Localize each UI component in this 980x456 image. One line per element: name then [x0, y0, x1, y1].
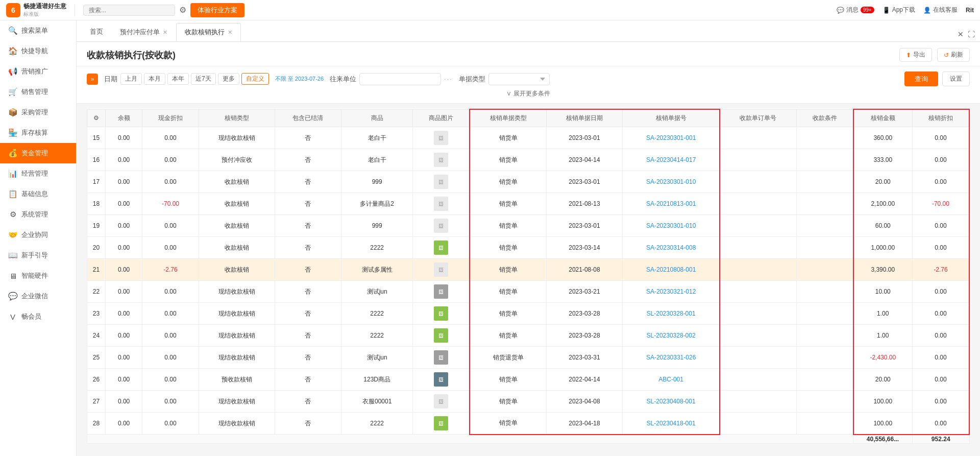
- tab-prepay[interactable]: 预付冲应付单✕: [111, 23, 176, 41]
- cell-cancel_doc_no[interactable]: SA-20230331-026: [623, 347, 720, 369]
- cell-goods_img: 🖼: [413, 171, 470, 193]
- doc-link[interactable]: SA-20210808-001: [646, 266, 696, 273]
- sidebar-item-collab[interactable]: 🤝企业协同: [0, 225, 76, 245]
- cell-cancel_doc_no[interactable]: SL-20230418-001: [623, 413, 720, 435]
- cell-cancel_doc_no[interactable]: SA-20230301-001: [623, 127, 720, 149]
- doc-link[interactable]: SA-20230301-001: [646, 134, 696, 141]
- cell-cancel_discount: 0.00: [912, 149, 969, 171]
- cell-cancel_doc_no[interactable]: SA-20210808-001: [623, 259, 720, 281]
- cell-cancel_doc_type: 销货单: [470, 171, 546, 193]
- cell-gear: 24: [87, 325, 106, 347]
- doc-link[interactable]: SA-20230301-010: [646, 222, 696, 229]
- sidebar-item-smart-hw[interactable]: 🖥智能硬件: [0, 266, 76, 286]
- this-year-btn[interactable]: 本年: [167, 73, 189, 85]
- cell-cash_discount: 0.00: [142, 127, 199, 149]
- cell-cancel_doc_no[interactable]: SL-20230328-001: [623, 303, 720, 325]
- sidebar-item-marketing[interactable]: 📢营销推广: [0, 61, 76, 82]
- cell-cancel_doc_no[interactable]: SA-20230301-010: [623, 215, 720, 237]
- cell-cancel_doc_no[interactable]: ABC-001: [623, 369, 720, 391]
- doc-link[interactable]: SL-20230328-001: [647, 310, 696, 317]
- counterparty-dots[interactable]: ···: [444, 75, 453, 83]
- cell-receipt_condition: [796, 171, 853, 193]
- doc-link[interactable]: ABC-001: [658, 376, 683, 383]
- tab-home[interactable]: 首页: [82, 23, 111, 41]
- sidebar-item-guide[interactable]: 📖新手引导: [0, 245, 76, 266]
- brand-name: 畅捷通谱好生意: [23, 2, 66, 11]
- cell-cancel_doc_no[interactable]: SA-20210813-001: [623, 193, 720, 215]
- refresh-btn[interactable]: ↺ 刷新: [937, 48, 970, 62]
- custom-date-btn[interactable]: 自定义: [241, 73, 269, 85]
- cell-balance: 0.00: [106, 149, 142, 171]
- filter-expand-btn[interactable]: »: [87, 74, 98, 85]
- sidebar-item-member[interactable]: V畅会员: [0, 306, 76, 327]
- tab-receipt-cancel[interactable]: 收款核销执行✕: [176, 23, 241, 41]
- sidebar-item-operations[interactable]: 📊经营管理: [0, 163, 76, 184]
- app-download-btn[interactable]: 📱 App下载: [883, 6, 915, 14]
- cell-cash_discount: -2.76: [142, 259, 199, 281]
- cell-cancel_discount: 0.00: [912, 391, 969, 413]
- online-service-btn[interactable]: 👤 在线客服: [923, 6, 958, 14]
- sidebar-item-inventory[interactable]: 🏪库存核算: [0, 123, 76, 143]
- sidebar-item-wechat[interactable]: 💬企业微信: [0, 286, 76, 306]
- trial-btn[interactable]: 体验行业方案: [190, 3, 244, 17]
- counterparty-input[interactable]: [359, 73, 441, 85]
- cell-goods_img: 🖼: [413, 193, 470, 215]
- doc-link[interactable]: SA-20210813-001: [646, 200, 696, 207]
- close-tab-icon[interactable]: ✕: [958, 30, 964, 38]
- table-row: 250.000.00现结收款核销否测试jun🖼销货退货单2023-03-31SA…: [87, 347, 970, 369]
- cell-balance: 0.00: [106, 369, 142, 391]
- export-btn[interactable]: ⬆ 导出: [899, 48, 932, 62]
- cell-cancel_amount: 2,100.00: [853, 193, 913, 215]
- cell-cancel_doc_no[interactable]: SL-20230328-002: [623, 325, 720, 347]
- cell-cancel_doc_type: 销货单: [470, 193, 546, 215]
- last-7days-btn[interactable]: 近7天: [191, 73, 216, 85]
- doc-link[interactable]: SL-20230328-002: [647, 332, 696, 339]
- table-row: 280.000.00现结收款核销否2222🖼销货单2023-04-18SL-20…: [87, 413, 970, 435]
- this-month-btn[interactable]: 本月: [144, 73, 165, 85]
- settings-btn[interactable]: 设置: [942, 71, 970, 86]
- cell-cancel_doc_no[interactable]: SA-20230314-008: [623, 237, 720, 259]
- expand-icon[interactable]: ⛶: [968, 30, 975, 38]
- cell-cancel_type: 预收款核销: [199, 369, 275, 391]
- cell-receipt_condition: [796, 259, 853, 281]
- voucher-type-select[interactable]: [488, 73, 550, 85]
- cell-cancel_doc_no[interactable]: SA-20230321-012: [623, 281, 720, 303]
- tab-close-receipt-cancel[interactable]: ✕: [228, 29, 232, 36]
- doc-link[interactable]: SA-20230331-026: [646, 354, 696, 361]
- doc-link[interactable]: SA-20230314-008: [646, 244, 696, 251]
- gear-icon[interactable]: ⚙: [179, 5, 186, 15]
- sidebar-item-basic-info[interactable]: 📋基础信息: [0, 184, 76, 204]
- cell-balance: 0.00: [106, 171, 142, 193]
- user-name[interactable]: Rit: [966, 7, 974, 14]
- sidebar-item-finance[interactable]: 💰资金管理: [0, 143, 76, 163]
- tab-close-prepay[interactable]: ✕: [163, 29, 167, 36]
- sidebar-item-quick-nav[interactable]: 🏠快捷导航: [0, 41, 76, 61]
- cell-cancel_doc_no[interactable]: SA-20230414-017: [623, 149, 720, 171]
- cell-cash_discount: 0.00: [142, 347, 199, 369]
- sidebar-item-search-menu[interactable]: 🔍搜索菜单: [0, 20, 76, 41]
- message-btn[interactable]: 💬 消息 99+: [837, 6, 874, 14]
- doc-link[interactable]: SL-20230408-001: [647, 398, 696, 405]
- expand-more-btn[interactable]: ∨ 展开更多条件: [506, 89, 550, 98]
- last-month-btn[interactable]: 上月: [120, 73, 142, 85]
- doc-link[interactable]: SA-20230301-010: [646, 178, 696, 185]
- more-date-btn[interactable]: 更多: [218, 73, 239, 85]
- top-search-input[interactable]: [83, 5, 175, 16]
- sidebar-item-system[interactable]: ⚙系统管理: [0, 204, 76, 225]
- cell-cancel_doc_no[interactable]: SL-20230408-001: [623, 391, 720, 413]
- cell-cancel_discount: 0.00: [912, 127, 969, 149]
- sidebar-item-sales[interactable]: 🛒销售管理: [0, 82, 76, 102]
- cell-goods: 老白干: [341, 149, 413, 171]
- cell-receipt_order_no: [720, 193, 796, 215]
- cell-receipt_order_no: [720, 149, 796, 171]
- cell-cancel_doc_no[interactable]: SA-20230301-010: [623, 171, 720, 193]
- sidebar-label-system: 系统管理: [21, 210, 48, 219]
- sidebar-item-purchase[interactable]: 📦采购管理: [0, 102, 76, 123]
- main-layout: 🔍搜索菜单🏠快捷导航📢营销推广🛒销售管理📦采购管理🏪库存核算💰资金管理📊经营管理…: [0, 20, 980, 456]
- cell-receipt_order_no: [720, 281, 796, 303]
- doc-link[interactable]: SA-20230414-017: [646, 156, 696, 163]
- cell-goods_img: 🖼: [413, 413, 470, 435]
- doc-link[interactable]: SA-20230321-012: [646, 288, 696, 295]
- query-btn[interactable]: 查询: [904, 71, 938, 86]
- doc-link[interactable]: SL-20230418-001: [647, 420, 696, 427]
